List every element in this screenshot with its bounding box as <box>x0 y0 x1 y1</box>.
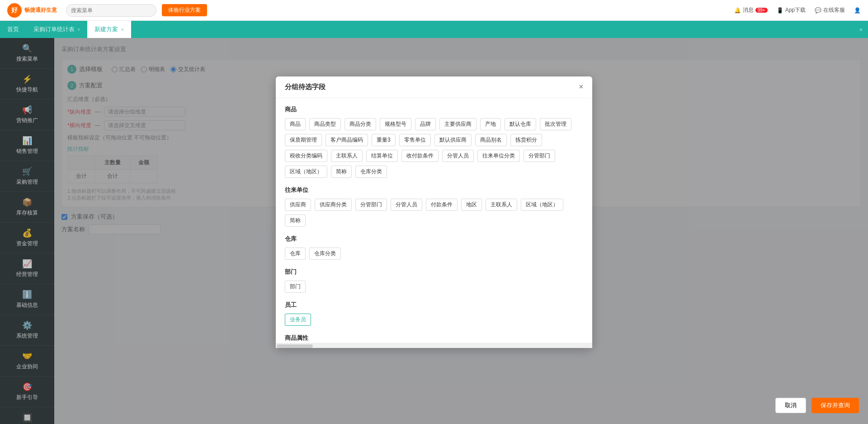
nav-app-download[interactable]: 📱 App下载 <box>777 6 806 14</box>
nav-search-input[interactable] <box>66 4 156 17</box>
field-weight3[interactable]: 重量3 <box>372 134 396 146</box>
section-goods-props-title: 商品属性 <box>285 334 583 342</box>
field-goods-type[interactable]: 商品类型 <box>309 118 341 130</box>
field-contact-person[interactable]: 主联系人 <box>486 199 517 211</box>
search-icon: 🔍 <box>22 43 32 53</box>
info-icon: ℹ️ <box>22 290 32 300</box>
section-warehouse-title: 仓库 <box>285 235 583 243</box>
field-partner-region[interactable]: 区域（地区） <box>521 199 563 211</box>
field-dept[interactable]: 部门 <box>285 281 306 293</box>
field-supplier[interactable]: 供应商 <box>285 199 311 211</box>
field-supervisor[interactable]: 分管人员 <box>442 150 474 162</box>
field-brand[interactable]: 品牌 <box>415 118 436 130</box>
modal-scroll-thumb[interactable] <box>277 344 313 348</box>
field-payment-terms[interactable]: 收付款条件 <box>401 150 439 162</box>
field-dept-managed[interactable]: 分管部门 <box>524 150 555 162</box>
modal-title: 分组待选字段 <box>285 83 326 91</box>
field-quality-mgmt[interactable]: 保质期管理 <box>285 134 322 146</box>
nav-user[interactable]: 👤 <box>854 7 861 14</box>
field-default-supplier[interactable]: 默认供应商 <box>434 134 472 146</box>
field-main-contact[interactable]: 主联系人 <box>331 150 363 162</box>
modal-footer-btns: 取消 保存并查询 <box>775 398 859 413</box>
sidebar-item-system[interactable]: ⚙️ 系统管理 <box>0 315 54 346</box>
field-origin[interactable]: 产地 <box>480 118 501 130</box>
experience-btn[interactable]: 体验行业方案 <box>162 4 207 16</box>
field-pickup-points[interactable]: 拣货积分 <box>510 134 542 146</box>
field-wh-cat[interactable]: 仓库分类 <box>309 248 341 260</box>
field-main-supplier[interactable]: 主要供应商 <box>439 118 476 130</box>
tab-purchase-stats[interactable]: 采购订单统计表 × <box>26 21 87 38</box>
section-department: 部门 部门 <box>285 268 583 293</box>
nav-notifications[interactable]: 🔔 消息 99+ <box>734 6 768 14</box>
tab-purchase-stats-close[interactable]: × <box>77 27 80 32</box>
sidebar-item-sales[interactable]: 📊 销售管理 <box>0 130 54 161</box>
field-supplier-cat[interactable]: 供应商分类 <box>315 199 352 211</box>
download-icon: 📱 <box>777 7 783 14</box>
section-warehouse-fields: 仓库 仓库分类 <box>285 248 583 260</box>
sidebar-item-search-menu[interactable]: 🔍 搜索菜单 <box>0 38 54 69</box>
cooperation-icon: 🤝 <box>22 351 32 361</box>
bell-icon: 🔔 <box>734 7 741 14</box>
field-retail-unit[interactable]: 零售单位 <box>399 134 431 146</box>
field-wh-category[interactable]: 仓库分类 <box>355 166 387 178</box>
cancel-button[interactable]: 取消 <box>775 398 806 413</box>
modal-scroll-track[interactable] <box>276 343 592 348</box>
sidebar-item-finance[interactable]: 💰 资金管理 <box>0 223 54 253</box>
tab-close-all[interactable]: × <box>859 26 868 33</box>
notification-badge: 99+ <box>755 8 768 13</box>
field-business-staff[interactable]: 业务员 <box>285 314 311 326</box>
sidebar-item-cooperation[interactable]: 🤝 企业协同 <box>0 346 54 376</box>
field-goods-category[interactable]: 商品分类 <box>344 118 376 130</box>
section-staff-fields: 业务员 <box>285 314 583 326</box>
modal-header: 分组待选字段 × <box>276 76 592 98</box>
sidebar-item-purchase[interactable]: 🛒 采购管理 <box>0 161 54 192</box>
section-partner-fields: 供应商 供应商分类 分管部门 分管人员 付款条件 地区 主联系人 区域（地区） … <box>285 199 583 227</box>
sidebar-item-marketing[interactable]: 📢 营销推广 <box>0 100 54 130</box>
field-customer-code[interactable]: 客户商品编码 <box>326 134 368 146</box>
nav-online-service[interactable]: 💬 在线客服 <box>815 6 845 14</box>
section-staff: 员工 业务员 <box>285 301 583 326</box>
tab-new-plan[interactable]: 新建方案 × <box>87 21 131 38</box>
notification-label: 消息 <box>743 6 754 14</box>
modal-close-btn[interactable]: × <box>579 83 583 91</box>
field-district[interactable]: 地区 <box>461 199 482 211</box>
tab-bar: 首页 采购订单统计表 × 新建方案 × × <box>0 21 868 38</box>
logo-text: 畅捷通好生意 <box>24 6 57 14</box>
finance-icon: 💰 <box>22 228 32 238</box>
tab-new-plan-close[interactable]: × <box>121 27 123 32</box>
sidebar-item-quick-nav[interactable]: ⚡ 快捷导航 <box>0 69 54 100</box>
guide-icon: 🎯 <box>22 382 32 392</box>
field-partner-short[interactable]: 简称 <box>285 214 306 227</box>
purchase-icon: 🛒 <box>22 167 32 176</box>
sidebar-item-appcenter[interactable]: 🔲 应用中心 <box>0 407 54 424</box>
sidebar-item-operations[interactable]: 📈 经营管理 <box>0 253 54 284</box>
field-tax-category[interactable]: 税收分类编码 <box>285 150 327 162</box>
field-goods[interactable]: 商品 <box>285 118 306 130</box>
section-goods: 商品 商品 商品类型 商品分类 规格型号 品牌 主要供应商 产地 默认仓库 批次… <box>285 105 583 178</box>
field-region-area[interactable]: 区域（地区） <box>285 166 327 178</box>
sidebar-item-inventory[interactable]: 📦 库存核算 <box>0 192 54 223</box>
field-managed-staff[interactable]: 分管人员 <box>391 199 422 211</box>
user-icon: 👤 <box>854 7 861 14</box>
field-short-name[interactable]: 简称 <box>331 166 352 178</box>
sidebar-item-basic[interactable]: ℹ️ 基础信息 <box>0 284 54 315</box>
sidebar-item-guide[interactable]: 🎯 新手引导 <box>0 376 54 407</box>
tab-home[interactable]: 首页 <box>0 21 26 38</box>
operations-icon: 📈 <box>22 259 32 269</box>
section-partner-title: 往来单位 <box>285 186 583 194</box>
field-source-unit-cat[interactable]: 往来单位分类 <box>477 150 520 162</box>
field-batch-mgmt[interactable]: 批次管理 <box>540 118 571 130</box>
system-icon: ⚙️ <box>22 320 32 330</box>
field-goods-alias[interactable]: 商品别名 <box>475 134 507 146</box>
field-managed-dept[interactable]: 分管部门 <box>355 199 387 211</box>
field-settlement-unit[interactable]: 结算单位 <box>366 150 398 162</box>
field-spec-type[interactable]: 规格型号 <box>380 118 411 130</box>
field-payment-condition[interactable]: 付款条件 <box>426 199 458 211</box>
save-button[interactable]: 保存并查询 <box>811 398 859 413</box>
logo: 好 畅捷通好生意 <box>7 3 61 18</box>
field-default-warehouse[interactable]: 默认仓库 <box>505 118 536 130</box>
section-goods-props: 商品属性 属性 颜色 多规格 尺码 鞋码 1 <box>285 334 583 343</box>
section-goods-fields: 商品 商品类型 商品分类 规格型号 品牌 主要供应商 产地 默认仓库 批次管理 … <box>285 118 583 178</box>
field-warehouse[interactable]: 仓库 <box>285 248 306 260</box>
modal-body[interactable]: 商品 商品 商品类型 商品分类 规格型号 品牌 主要供应商 产地 默认仓库 批次… <box>276 98 592 343</box>
